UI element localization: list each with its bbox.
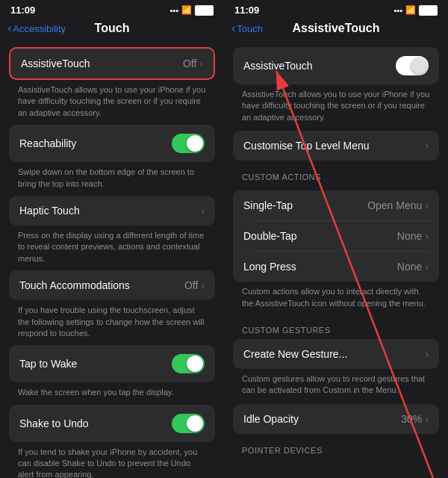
idle-opacity-row[interactable]: Idle Opacity 30% ›	[233, 404, 439, 434]
battery-icon: 16+	[195, 5, 214, 16]
tap-to-wake-row[interactable]: Tap to Wake	[9, 345, 215, 382]
tap-to-wake-label: Tap to Wake	[19, 358, 77, 370]
right-assistive-label: AssistiveTouch	[243, 60, 313, 72]
double-tap-label: Double-Tap	[243, 230, 297, 242]
double-tap-value: None	[397, 230, 422, 242]
create-gesture-row[interactable]: Create New Gesture... ›	[233, 339, 439, 369]
haptic-touch-chevron: ›	[201, 205, 205, 217]
assistive-touch-desc: AssistiveTouch allows you to use your iP…	[0, 81, 224, 125]
create-gesture-chevron: ›	[425, 348, 429, 360]
haptic-touch-label: Haptic Touch	[19, 205, 80, 217]
right-signal-icon: ▪▪▪	[394, 6, 403, 15]
right-status-bar: 11:09 ▪▪▪ 📶 16+	[224, 0, 448, 17]
signal-icon: ▪▪▪	[170, 6, 179, 15]
left-status-time: 11:09	[10, 4, 35, 16]
right-battery-icon: 16+	[419, 5, 438, 16]
right-phone-panel: 11:09 ▪▪▪ 📶 16+ ‹ Touch AssistiveTouch A…	[224, 0, 448, 478]
long-press-right: None ›	[397, 261, 429, 273]
toggle-knob-2	[187, 356, 203, 372]
left-content: AssistiveTouch Off › AssistiveTouch allo…	[0, 41, 224, 478]
right-back-button[interactable]: ‹ Touch	[231, 22, 263, 35]
left-phone-panel: 11:09 ▪▪▪ 📶 16+ ‹ Accessibility Touch As…	[0, 0, 224, 478]
custom-actions-header: CUSTOM ACTIONS	[224, 162, 448, 186]
create-gesture-label: Create New Gesture...	[243, 348, 347, 360]
custom-gestures-header: CUSTOM GESTURES	[224, 315, 448, 339]
touch-accommodations-value: Off	[184, 279, 198, 291]
touch-accommodations-row[interactable]: Touch Accommodations Off ›	[9, 270, 215, 300]
customise-top-menu-label: Customise Top Level Menu	[243, 140, 370, 152]
right-nav-bar: ‹ Touch AssistiveTouch	[224, 17, 448, 41]
back-label: Accessibility	[13, 23, 66, 34]
reachability-row[interactable]: Reachability	[9, 125, 215, 162]
right-assistive-toggle-row[interactable]: AssistiveTouch	[233, 47, 439, 84]
shake-to-undo-desc: If you tend to shake your iPhone by acci…	[0, 444, 224, 478]
single-tap-chevron: ›	[425, 199, 429, 211]
long-press-label: Long Press	[243, 261, 296, 273]
back-chevron-icon: ‹	[7, 22, 11, 35]
long-press-row[interactable]: Long Press None ›	[233, 252, 439, 282]
right-wifi-icon: 📶	[405, 5, 416, 15]
left-back-button[interactable]: ‹ Accessibility	[7, 22, 66, 35]
double-tap-row[interactable]: Double-Tap None ›	[233, 221, 439, 251]
tap-to-wake-toggle[interactable]	[172, 354, 205, 373]
shake-to-undo-toggle[interactable]	[172, 414, 205, 433]
haptic-touch-row[interactable]: Haptic Touch ›	[9, 196, 215, 226]
left-nav-title: Touch	[95, 22, 130, 35]
right-back-label: Touch	[237, 23, 263, 34]
haptic-touch-desc: Press on the display using a different l…	[0, 227, 224, 270]
actions-desc: Custom actions allow you to interact dir…	[224, 283, 448, 315]
left-status-icons: ▪▪▪ 📶 16+	[170, 5, 214, 16]
double-tap-chevron: ›	[425, 230, 429, 242]
right-status-time: 11:09	[234, 4, 259, 16]
toggle-knob	[187, 135, 203, 152]
touch-accommodations-label: Touch Accommodations	[19, 279, 130, 291]
single-tap-right: Open Menu ›	[367, 199, 429, 211]
assistive-touch-label: AssistiveTouch	[21, 58, 90, 69]
single-tap-row[interactable]: Single-Tap Open Menu ›	[233, 190, 439, 220]
right-back-chevron-icon: ‹	[231, 22, 235, 35]
right-toggle-knob	[411, 58, 427, 74]
idle-opacity-label: Idle Opacity	[243, 413, 299, 425]
customise-top-menu-row[interactable]: Customise Top Level Menu ›	[233, 131, 439, 161]
toggle-knob-3	[187, 415, 203, 432]
idle-opacity-chevron: ›	[425, 413, 429, 425]
single-tap-label: Single-Tap	[243, 199, 293, 211]
touch-accommodations-desc: If you have trouble using the touchscree…	[0, 302, 224, 345]
touch-accommodations-right: Off ›	[184, 279, 205, 291]
single-tap-value: Open Menu	[367, 199, 422, 211]
assistive-touch-chevron: ›	[199, 58, 203, 69]
reachability-desc: Swipe down on the bottom edge of the scr…	[0, 164, 224, 196]
idle-opacity-value: 30%	[401, 413, 422, 425]
gestures-desc: Custom gestures allow you to record gest…	[224, 370, 448, 403]
wifi-icon: 📶	[181, 5, 192, 15]
tap-to-wake-desc: Wake the screen when you tap the display…	[0, 384, 224, 404]
long-press-chevron: ›	[425, 261, 429, 273]
assistive-touch-right: Off ›	[183, 58, 203, 69]
right-status-icons: ▪▪▪ 📶 16+	[394, 5, 438, 16]
assistive-touch-row[interactable]: AssistiveTouch Off ›	[9, 47, 215, 80]
touch-accommodations-chevron: ›	[201, 279, 205, 291]
reachability-label: Reachability	[19, 137, 76, 149]
long-press-value: None	[397, 261, 422, 273]
idle-opacity-right: 30% ›	[401, 413, 429, 425]
haptic-touch-right: ›	[201, 205, 205, 217]
left-nav-bar: ‹ Accessibility Touch	[0, 17, 224, 41]
right-assistive-desc: AssistiveTouch allows you to use your iP…	[224, 86, 448, 129]
shake-to-undo-row[interactable]: Shake to Undo	[9, 405, 215, 442]
right-assistive-toggle[interactable]	[396, 56, 429, 75]
right-nav-title: AssistiveTouch	[292, 22, 379, 35]
shake-to-undo-label: Shake to Undo	[19, 418, 89, 429]
custom-actions-group: Single-Tap Open Menu › Double-Tap None ›…	[233, 190, 439, 282]
reachability-toggle[interactable]	[172, 134, 205, 153]
left-status-bar: 11:09 ▪▪▪ 📶 16+	[0, 0, 224, 17]
pointer-devices-header: POINTER DEVICES	[224, 435, 448, 459]
right-content: AssistiveTouch AssistiveTouch allows you…	[224, 41, 448, 478]
double-tap-right: None ›	[397, 230, 429, 242]
assistive-touch-value: Off	[183, 58, 196, 69]
customise-top-menu-chevron: ›	[425, 140, 429, 152]
